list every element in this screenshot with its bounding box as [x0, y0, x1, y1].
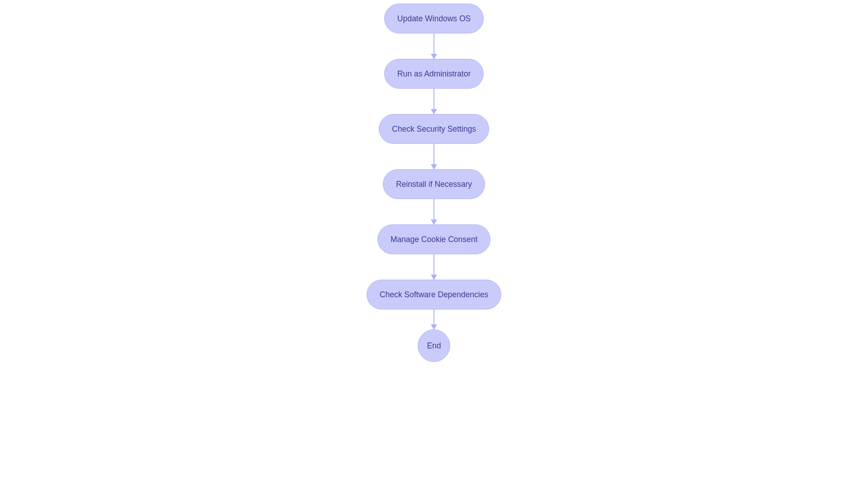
- flowchart-container: Update Windows OS Run as Administrator C…: [367, 4, 501, 362]
- arrow-5: [434, 254, 434, 280]
- arrow-head-icon: [431, 324, 437, 330]
- arrow-6: [434, 309, 434, 329]
- arrow-2: [434, 89, 434, 114]
- node-cookie-consent[interactable]: Manage Cookie Consent: [377, 224, 491, 254]
- node-run-administrator[interactable]: Run as Administrator: [384, 59, 484, 89]
- arrow-head-icon: [431, 54, 437, 59]
- node-label: Manage Cookie Consent: [391, 235, 478, 244]
- arrow-head-icon: [431, 275, 437, 280]
- arrow-1: [434, 33, 434, 59]
- node-end[interactable]: End: [418, 329, 450, 362]
- node-label: End: [427, 341, 441, 351]
- arrow-head-icon: [431, 109, 437, 114]
- node-reinstall[interactable]: Reinstall if Necessary: [383, 169, 485, 199]
- arrow-head-icon: [431, 164, 437, 170]
- node-label: Check Software Dependencies: [380, 290, 488, 300]
- node-label: Run as Administrator: [397, 69, 471, 79]
- node-label: Reinstall if Necessary: [396, 180, 472, 189]
- node-label: Check Security Settings: [392, 124, 476, 134]
- arrow-4: [434, 199, 434, 224]
- node-label: Update Windows OS: [397, 14, 471, 24]
- node-software-dependencies[interactable]: Check Software Dependencies: [367, 280, 501, 309]
- node-update-windows[interactable]: Update Windows OS: [384, 4, 484, 33]
- arrow-3: [434, 144, 434, 169]
- arrow-head-icon: [431, 219, 437, 225]
- node-check-security[interactable]: Check Security Settings: [379, 114, 489, 144]
